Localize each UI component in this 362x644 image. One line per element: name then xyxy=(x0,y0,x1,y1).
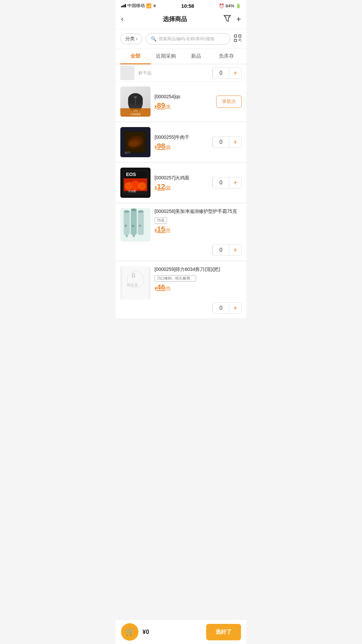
product-price-0000255: ¥ 98 /袋 xyxy=(155,142,208,150)
product-item-0000254: 249 1元惊喜鼠 [0000254]qs ¥ 89 /米 录批次 xyxy=(116,82,246,122)
partial-product-image xyxy=(120,66,134,80)
product-item-0000258: 美 加 净 [0000258]美加净滋润修护型护手霜75克 75克 ¥ 15 /… xyxy=(116,203,246,261)
product-action-0000257: 0 + xyxy=(212,177,242,188)
product-action-0000255: 0 + xyxy=(212,136,242,148)
svg-point-32 xyxy=(138,210,144,213)
search-icon: 🔍 xyxy=(151,36,157,42)
carrier-label: 中国移动 xyxy=(127,3,145,9)
price-value-0000255: 98 xyxy=(157,142,165,150)
product-info-0000254: [0000254]qs ¥ 89 /米 xyxy=(155,94,212,110)
svg-point-12 xyxy=(134,96,137,98)
product-item-0000259: 6 好生意 [0000259]得力6034剪刀(混)(把) 刀口锋利、经久耐用、… xyxy=(116,261,246,319)
partial-qty-display: 0 xyxy=(213,68,229,78)
qty-plus-button-0000258[interactable]: + xyxy=(229,245,241,255)
svg-marker-0 xyxy=(224,15,231,21)
tab-all[interactable]: 全部 xyxy=(120,49,151,64)
product-badge-0000254: 249 1元惊喜鼠 xyxy=(120,108,150,117)
sync-icon: ✳ xyxy=(153,3,157,8)
svg-rect-5 xyxy=(239,35,241,37)
status-time: 10:58 xyxy=(181,3,194,9)
category-button[interactable]: 分类 › xyxy=(120,34,142,44)
qty-display-0000255: 0 xyxy=(213,137,229,147)
product-action-0000258: 0 + xyxy=(120,244,242,256)
battery-icon: 🔋 xyxy=(236,3,241,8)
qty-control-0000255: 0 + xyxy=(212,136,242,148)
batch-button-0000254[interactable]: 录批次 xyxy=(216,96,242,108)
partial-product-action: 0 + xyxy=(212,67,242,79)
product-image-0000259: 6 好生意 xyxy=(120,266,150,300)
svg-text:肉干: 肉干 xyxy=(125,151,131,155)
product-item-0000255: 肉干 [0000255]牛肉干 ¥ 98 /袋 0 + xyxy=(116,122,246,162)
search-input-wrap[interactable]: 🔍 搜索商品编码/名称/条码/规格 xyxy=(146,33,230,45)
partial-product-name: 虾干品 xyxy=(138,70,152,76)
qty-plus-button-0000255[interactable]: + xyxy=(229,137,241,148)
product-item-0000257: EOS 火鸡面 [0000257]火鸡面 ¥ 12 /袋 0 + xyxy=(116,163,246,203)
product-price-0000257: ¥ 12 /袋 xyxy=(155,183,208,191)
svg-text:净: 净 xyxy=(139,225,141,227)
product-name-0000257: [0000257]火鸡面 xyxy=(155,175,208,181)
filter-button[interactable] xyxy=(224,15,231,23)
cart-button[interactable]: 🛒 xyxy=(121,623,138,641)
qty-control-0000257: 0 + xyxy=(212,177,242,188)
total-price: ¥0 xyxy=(138,629,206,636)
svg-text:火鸡面: 火鸡面 xyxy=(128,190,136,193)
price-symbol-0000255: ¥ xyxy=(155,144,157,150)
signal-icon xyxy=(121,4,126,7)
product-tag-0000259: 刀口锋利、经久耐用、 xyxy=(155,275,196,282)
product-price-0000259: ¥ 46 /件 xyxy=(155,284,242,291)
qty-display-0000257: 0 xyxy=(213,178,229,188)
qty-control-0000258: 0 + xyxy=(212,244,242,256)
price-unit-0000254: /米 xyxy=(165,104,171,110)
filter-tabs: 全部 近期采购 新品 负库存 xyxy=(116,49,246,64)
svg-point-31 xyxy=(131,209,137,211)
product-price-0000254: ¥ 89 /米 xyxy=(155,102,212,110)
qty-display-0000258: 0 xyxy=(213,245,229,255)
price-symbol-0000259: ¥ xyxy=(155,286,157,291)
product-row-0000258: 美 加 净 [0000258]美加净滋润修护型护手霜75克 75克 ¥ 15 /… xyxy=(120,208,242,242)
tab-negative[interactable]: 负库存 xyxy=(212,49,242,64)
partial-product-item: 虾干品 0 + xyxy=(116,64,246,82)
qty-plus-button-0000257[interactable]: + xyxy=(229,177,241,188)
svg-rect-29 xyxy=(138,212,144,235)
qty-display-0000259: 0 xyxy=(213,303,229,313)
product-image-0000258: 美 加 净 xyxy=(120,208,150,242)
partial-qty-plus-button[interactable]: + xyxy=(229,68,241,78)
product-image-0000254: 249 1元惊喜鼠 xyxy=(120,86,150,117)
bottom-bar: 🛒 ¥0 选好了 xyxy=(116,620,246,644)
tab-recent[interactable]: 近期采购 xyxy=(151,49,181,64)
status-left: 中国移动 📶 ✳ xyxy=(121,3,157,9)
scan-button[interactable] xyxy=(234,34,242,44)
product-name-0000258: [0000258]美加净滋润修护型护手霜75克 xyxy=(155,208,242,215)
confirm-button[interactable]: 选好了 xyxy=(206,624,241,640)
partial-qty-control[interactable]: 0 + xyxy=(212,67,242,79)
svg-rect-4 xyxy=(234,39,237,42)
qty-control-0000259: 0 + xyxy=(212,302,242,314)
svg-text:加: 加 xyxy=(132,225,134,227)
svg-text:好生意: 好生意 xyxy=(127,283,138,287)
alarm-icon: ⏰ xyxy=(219,3,224,8)
product-row-0000259: 6 好生意 [0000259]得力6034剪刀(混)(把) 刀口锋利、经久耐用、… xyxy=(120,266,242,300)
cart-icon: 🛒 xyxy=(125,628,134,636)
nav-actions: + xyxy=(224,14,241,24)
product-name-0000255: [0000255]牛肉干 xyxy=(155,134,208,141)
svg-rect-28 xyxy=(131,210,137,235)
product-price-0000258: ¥ 15 /件 xyxy=(155,226,242,233)
product-info-0000259: [0000259]得力6034剪刀(混)(把) 刀口锋利、经久耐用、 ¥ 46 … xyxy=(155,266,242,291)
product-list: 虾干品 0 + 249 1元惊喜鼠 [0000254]qs xyxy=(116,64,246,346)
product-name-0000259: [0000259]得力6034剪刀(混)(把) xyxy=(155,266,242,273)
product-info-0000258: [0000258]美加净滋润修护型护手霜75克 75克 ¥ 15 /件 xyxy=(155,208,242,233)
product-image-0000257: EOS 火鸡面 xyxy=(120,168,150,198)
tab-new[interactable]: 新品 xyxy=(181,49,212,64)
category-label: 分类 xyxy=(125,36,135,42)
add-button[interactable]: + xyxy=(236,14,241,24)
price-value-0000254: 89 xyxy=(157,102,165,109)
qty-plus-button-0000259[interactable]: + xyxy=(229,303,241,313)
price-symbol-0000258: ¥ xyxy=(155,228,157,233)
svg-text:6: 6 xyxy=(131,271,135,280)
search-placeholder: 搜索商品编码/名称/条码/规格 xyxy=(159,36,215,42)
product-image-0000255: 肉干 xyxy=(120,127,150,157)
back-button[interactable]: ‹ xyxy=(121,13,126,25)
svg-rect-3 xyxy=(234,35,237,37)
wifi-icon: 📶 xyxy=(146,3,152,8)
status-right: ⏰ 84% 🔋 xyxy=(219,3,241,8)
